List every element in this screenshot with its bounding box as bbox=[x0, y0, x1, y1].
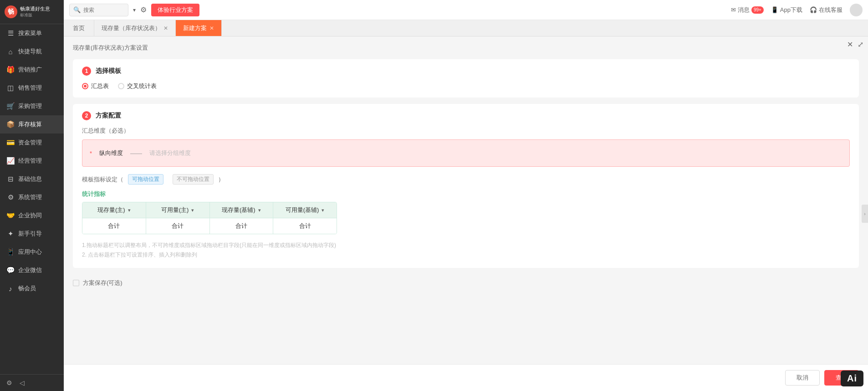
stats-cell-1-4: 合计 bbox=[273, 218, 337, 234]
col-header-2-label: 可用量(主) bbox=[161, 206, 189, 214]
ai-badge: Ai bbox=[841, 370, 863, 386]
sidebar-item-label: 企业协同 bbox=[18, 211, 42, 220]
settings-icon[interactable]: ⚙ bbox=[6, 379, 12, 386]
right-collapse-handle[interactable]: › bbox=[862, 205, 868, 223]
step1-header: 1 选择模板 bbox=[82, 67, 850, 76]
messages-badge: 99+ bbox=[751, 6, 764, 14]
search-input[interactable] bbox=[83, 7, 124, 13]
sidebar-item-guide[interactable]: ✦ 新手引导 bbox=[0, 225, 64, 243]
draggable-position-tag: 可拖动位置 bbox=[128, 174, 163, 185]
stats-table: 现存量(主) ▾ 可用量(主) ▾ 现存量(基辅) ▾ 可用量(基辅) bbox=[82, 202, 337, 234]
sidebar-item-label: 基础信息 bbox=[18, 175, 42, 183]
topbar-dropdown-arrow[interactable]: ▾ bbox=[133, 7, 136, 13]
radio-summary-dot bbox=[82, 83, 88, 89]
home-icon: ⌂ bbox=[6, 47, 15, 56]
tip-1: 1.拖动标题栏可以调整布局，不可跨维度或指标区域拖动栏目字段(只能在同一维度或指… bbox=[82, 242, 850, 249]
inventory-icon: 📦 bbox=[6, 120, 15, 129]
sidebar-item-finance[interactable]: 💳 资金管理 bbox=[0, 134, 64, 152]
topbar-gear-icon[interactable]: ⚙ bbox=[140, 5, 147, 14]
col-header-3-arrow[interactable]: ▾ bbox=[258, 207, 261, 213]
stats-table-row-1: 合计 合计 合计 合计 bbox=[82, 218, 337, 234]
sound-icon[interactable]: ◁ bbox=[20, 379, 25, 386]
app-download-label: App下载 bbox=[780, 6, 802, 14]
tab-new-scheme[interactable]: 新建方案 ✕ bbox=[176, 20, 222, 36]
radio-summary-label: 汇总表 bbox=[91, 82, 109, 90]
tab-inventory-status[interactable]: 现存量（库存状况表） ✕ bbox=[94, 20, 176, 36]
tabs-bar: 首页 现存量（库存状况表） ✕ 新建方案 ✕ bbox=[64, 20, 868, 36]
stats-table-header: 现存量(主) ▾ 可用量(主) ▾ 现存量(基辅) ▾ 可用量(基辅) bbox=[82, 202, 337, 218]
sidebar-item-wechat[interactable]: 💬 企业微信 bbox=[0, 261, 64, 279]
phone-icon: 📱 bbox=[771, 6, 778, 13]
dim-placeholder[interactable]: 请选择分组维度 bbox=[149, 149, 191, 157]
radio-cross-table[interactable]: 交叉统计表 bbox=[118, 82, 157, 90]
metrics-close: ） bbox=[218, 175, 224, 184]
close-window-button[interactable]: ✕ bbox=[847, 40, 853, 49]
cancel-button[interactable]: 取消 bbox=[785, 370, 820, 386]
industry-solution-button[interactable]: 体验行业方案 bbox=[151, 4, 199, 16]
sidebar-item-marketing[interactable]: 🎁 营销推广 bbox=[0, 61, 64, 79]
finance-icon: 💳 bbox=[6, 139, 15, 147]
app-center-icon: 📱 bbox=[6, 248, 15, 256]
sidebar-item-enterprise[interactable]: 🤝 企业协同 bbox=[0, 206, 64, 225]
app-download-button[interactable]: 📱 App下载 bbox=[771, 6, 802, 14]
topbar-search-box[interactable]: 🔍 bbox=[69, 4, 128, 16]
col-header-2[interactable]: 可用量(主) ▾ bbox=[146, 202, 210, 218]
sidebar-item-system[interactable]: ⚙ 系统管理 bbox=[0, 188, 64, 206]
sidebar-nav: ☰ 搜索菜单 ⌂ 快捷导航 🎁 营销推广 ◫ 销售管理 🛒 采购管理 📦 库存核… bbox=[0, 24, 64, 374]
gift-icon: 🎁 bbox=[6, 66, 15, 74]
sidebar-item-label: 搜索菜单 bbox=[18, 29, 42, 37]
col-header-3-label: 现存量(基辅) bbox=[222, 206, 255, 214]
save-checkbox[interactable] bbox=[73, 280, 79, 286]
sales-icon: ◫ bbox=[6, 84, 15, 92]
sidebar-item-purchase[interactable]: 🛒 采购管理 bbox=[0, 97, 64, 115]
col-header-3[interactable]: 现存量(基辅) ▾ bbox=[210, 202, 274, 218]
messages-label: 消息 bbox=[738, 6, 750, 14]
ai-badge-text: Ai bbox=[847, 373, 857, 383]
col-header-1-arrow[interactable]: ▾ bbox=[128, 207, 131, 213]
sidebar-item-basic-info[interactable]: ⊟ 基础信息 bbox=[0, 170, 64, 188]
content-area: 现存量(库存状况表)方案设置 1 选择模板 汇总表 交叉统计表 bbox=[64, 36, 868, 364]
non-draggable-position-tag: 不可拖动位置 bbox=[173, 174, 214, 185]
sidebar-item-operations[interactable]: 📈 经营管理 bbox=[0, 152, 64, 170]
dim-required-mark: * bbox=[90, 150, 92, 157]
sidebar-item-label: 企业微信 bbox=[18, 266, 42, 274]
ops-icon: 📈 bbox=[6, 157, 15, 165]
sidebar-item-label: 快捷导航 bbox=[18, 47, 42, 56]
online-service-button[interactable]: 🎧 在线客服 bbox=[810, 6, 842, 14]
sidebar-item-inventory[interactable]: 📦 库存核算 bbox=[0, 115, 64, 134]
topbar: 🔍 ▾ ⚙ 体验行业方案 ✉ 消息 99+ 📱 App下载 🎧 在线客服 bbox=[64, 0, 868, 20]
sidebar: 畅 畅康通好生意 标准版 ☰ 搜索菜单 ⌂ 快捷导航 🎁 营销推广 ◫ 销售管理… bbox=[0, 0, 64, 391]
sidebar-item-label: 系统管理 bbox=[18, 193, 42, 201]
col-header-2-arrow[interactable]: ▾ bbox=[191, 207, 194, 213]
sidebar-item-search-menu[interactable]: ☰ 搜索菜单 bbox=[0, 24, 64, 42]
tab-inventory-close-icon[interactable]: ✕ bbox=[163, 25, 168, 31]
dimension-area: * 纵向维度 —— 请选择分组维度 bbox=[82, 139, 850, 167]
dim-name: 纵向维度 bbox=[99, 149, 123, 157]
sidebar-item-label: 营销推广 bbox=[18, 66, 42, 74]
basic-icon: ⊟ bbox=[6, 175, 15, 183]
save-option-label: 方案保存(可选) bbox=[83, 279, 123, 287]
col-header-4-arrow[interactable]: ▾ bbox=[322, 207, 324, 213]
stats-cell-1-1: 合计 bbox=[82, 218, 146, 234]
sidebar-item-label: 采购管理 bbox=[18, 102, 42, 110]
messages-button[interactable]: ✉ 消息 99+ bbox=[731, 6, 764, 14]
sidebar-item-label: 应用中心 bbox=[18, 248, 42, 256]
radio-cross-dot bbox=[118, 83, 124, 89]
tip-2: 2. 点击标题栏下拉可设置排序、插入列和删除列 bbox=[82, 251, 850, 259]
action-bar: 取消 查询 bbox=[64, 364, 868, 391]
radio-summary-table[interactable]: 汇总表 bbox=[82, 82, 109, 90]
sidebar-item-vip[interactable]: ♪ 畅会员 bbox=[0, 279, 64, 298]
sidebar-item-sales[interactable]: ◫ 销售管理 bbox=[0, 79, 64, 97]
stats-section-title: 统计指标 bbox=[82, 190, 850, 198]
col-header-4[interactable]: 可用量(基辅) ▾ bbox=[273, 202, 337, 218]
sidebar-item-app-center[interactable]: 📱 应用中心 bbox=[0, 243, 64, 261]
expand-window-button[interactable]: ⤢ bbox=[858, 40, 863, 49]
sidebar-item-quick-nav[interactable]: ⌂ 快捷导航 bbox=[0, 42, 64, 61]
user-avatar[interactable] bbox=[850, 4, 863, 16]
search-menu-icon: ☰ bbox=[6, 29, 15, 37]
col-header-1[interactable]: 现存量(主) ▾ bbox=[82, 202, 146, 218]
tab-new-scheme-label: 新建方案 bbox=[183, 24, 207, 32]
tab-home[interactable]: 首页 bbox=[64, 20, 94, 36]
app-edition: 标准版 bbox=[20, 12, 50, 18]
tab-new-scheme-close-icon[interactable]: ✕ bbox=[209, 25, 214, 31]
